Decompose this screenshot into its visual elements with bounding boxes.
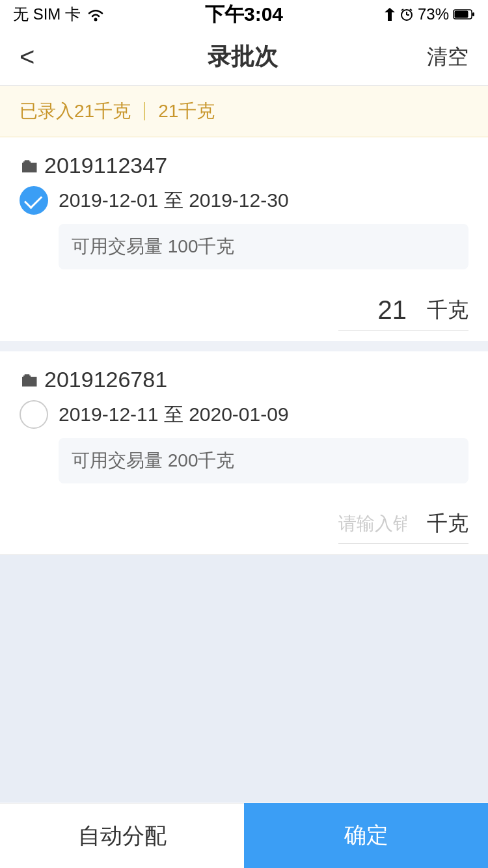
recorded-label: 已录入21千克 [20, 99, 131, 124]
quantity-unit-1: 千克 [427, 296, 468, 325]
batch-number-2: 2019126781 [44, 367, 167, 392]
batch-date-row-1[interactable]: 2019-12-01 至 2019-12-30 [20, 186, 468, 215]
radio-2[interactable] [20, 400, 48, 429]
page-title: 录批次 [208, 41, 278, 73]
batch-availability-1: 可用交易量 100千克 [59, 224, 468, 269]
clear-button[interactable]: 清空 [427, 43, 468, 72]
quantity-unit-2: 千克 [427, 509, 468, 538]
svg-line-5 [410, 9, 412, 10]
batch-item-1: 🖿 2019112347 2019-12-01 至 2019-12-30 可用交… [0, 137, 488, 282]
empty-area [0, 555, 488, 802]
nav-bar: < 录批次 清空 [0, 29, 488, 86]
battery-icon [453, 8, 475, 20]
svg-rect-8 [472, 12, 474, 16]
quantity-placeholder-wrapper-2: 千克 [338, 509, 468, 544]
batch-quantity-row-2: 千克 [0, 496, 488, 555]
status-time: 下午3:04 [205, 1, 283, 28]
back-button[interactable]: < [20, 42, 59, 72]
batch-date-row-2[interactable]: 2019-12-11 至 2020-01-09 [20, 400, 468, 429]
batch-number-1: 2019112347 [44, 153, 167, 178]
batch-card-2: 🖿 2019126781 2019-12-11 至 2020-01-09 可用交… [0, 351, 488, 555]
batch-date-2: 2019-12-11 至 2020-01-09 [59, 401, 289, 428]
svg-line-4 [401, 9, 403, 10]
batch-header-1: 🖿 2019112347 [20, 153, 468, 178]
info-banner: 已录入21千克 21千克 [0, 86, 488, 137]
batch-availability-2: 可用交易量 200千克 [59, 438, 468, 483]
svg-rect-7 [455, 11, 468, 18]
doc-icon-1: 🖿 [20, 155, 39, 177]
batch-quantity-row-1: 千克 [0, 282, 488, 341]
quantity-input-2[interactable] [338, 513, 416, 534]
svg-point-0 [94, 18, 98, 21]
status-bar: 无 SIM 卡 下午3:04 73% [0, 0, 488, 29]
separator-1 [0, 341, 488, 351]
batch-header-2: 🖿 2019126781 [20, 367, 468, 392]
recorded-value: 21千克 [158, 99, 215, 124]
radio-1[interactable] [20, 186, 48, 215]
confirm-button[interactable]: 确定 [244, 803, 488, 868]
alarm-icon [400, 7, 414, 21]
battery-percentage: 73% [418, 5, 449, 23]
bottom-bar: 自动分配 确定 [0, 803, 488, 868]
info-divider [144, 102, 145, 120]
batch-date-1: 2019-12-01 至 2019-12-30 [59, 187, 289, 214]
status-left: 无 SIM 卡 [13, 4, 105, 25]
status-right: 73% [384, 5, 475, 23]
batch-card-1: 🖿 2019112347 2019-12-01 至 2019-12-30 可用交… [0, 137, 488, 341]
batch-item-2: 🖿 2019126781 2019-12-11 至 2020-01-09 可用交… [0, 351, 488, 496]
wifi-icon [86, 7, 105, 21]
auto-distribute-button[interactable]: 自动分配 [0, 803, 244, 868]
doc-icon-2: 🖿 [20, 369, 39, 391]
quantity-input-1[interactable] [338, 295, 416, 325]
location-icon [384, 7, 396, 21]
content-area: 🖿 2019112347 2019-12-01 至 2019-12-30 可用交… [0, 137, 488, 867]
quantity-input-wrapper-1: 千克 [338, 295, 468, 331]
carrier-text: 无 SIM 卡 [13, 4, 81, 25]
